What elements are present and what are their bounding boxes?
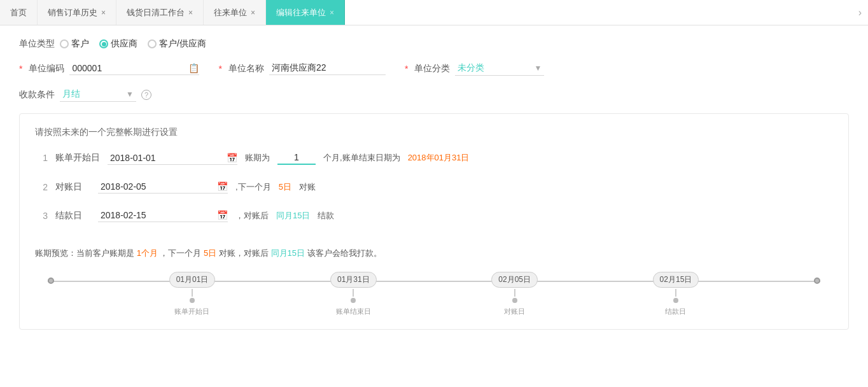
unit-category-arrow: ▼ bbox=[534, 64, 542, 73]
timeline-node-3-date: 02月05日 bbox=[491, 272, 538, 288]
payment-terms-select[interactable]: 月结 ▼ bbox=[60, 87, 136, 102]
reconcile-calendar-icon[interactable]: 📅 bbox=[217, 181, 228, 192]
row-2-highlight: 5日 bbox=[279, 181, 291, 193]
billing-start-date-input: 📅 bbox=[108, 151, 237, 165]
radio-customer[interactable]: 客户 bbox=[60, 38, 89, 50]
row-2-suffix-pre: ,下一个月 bbox=[235, 181, 271, 193]
unit-code-field: * 单位编码 📋 bbox=[19, 62, 199, 75]
row-3-suffix-post: 结款 bbox=[318, 210, 334, 222]
row-1-suffix-mid: 个月,账单结束日期为 bbox=[323, 152, 400, 164]
timeline-node-3: 02月05日 对账日 bbox=[491, 272, 538, 316]
timeline-end-cap bbox=[814, 272, 820, 284]
help-icon[interactable]: ? bbox=[141, 90, 151, 100]
payment-terms-value: 月结 bbox=[62, 88, 122, 100]
billing-start-date-field[interactable] bbox=[108, 151, 224, 164]
payment-terms-arrow: ▼ bbox=[126, 90, 134, 99]
unit-type-radio-group: 客户 供应商 客户/供应商 bbox=[60, 38, 206, 50]
timeline-node-3-label: 对账日 bbox=[504, 307, 525, 316]
tab-sales-history-close[interactable]: × bbox=[101, 8, 106, 17]
row-3-suffix-pre: ，对账后 bbox=[235, 210, 269, 222]
timeline-node-4: 02月15日 结款日 bbox=[653, 272, 699, 316]
reconcile-date-field[interactable] bbox=[98, 180, 214, 193]
timeline-node-4-connector bbox=[675, 289, 676, 297]
unit-category-value: 未分类 bbox=[458, 62, 530, 74]
tab-edit-partner-close[interactable]: × bbox=[330, 8, 334, 17]
timeline-container: 01月01日 账单开始日 01月31日 账单结束日 02月05日 bbox=[35, 272, 833, 316]
payment-date-field[interactable] bbox=[98, 209, 214, 222]
preview-part3: 同月15日 bbox=[271, 248, 305, 258]
timeline-node-2-dot bbox=[351, 298, 356, 303]
settings-panel: 请按照未来的一个完整帐期进行设置 1 账单开始日 📅 账期为 个月,账单结束日期… bbox=[19, 113, 849, 330]
tab-home-label: 首页 bbox=[10, 7, 27, 18]
preview-part2: 5日 bbox=[204, 248, 216, 258]
unit-code-label: 单位编码 bbox=[29, 63, 64, 74]
tab-cash-work-close[interactable]: × bbox=[188, 8, 193, 17]
unit-code-input[interactable] bbox=[69, 62, 186, 74]
unit-name-label: 单位名称 bbox=[228, 63, 264, 74]
radio-both-circle bbox=[148, 39, 157, 48]
timeline-row: 01月01日 账单开始日 01月31日 账单结束日 02月05日 bbox=[48, 272, 820, 316]
timeline-node-1: 01月01日 账单开始日 bbox=[169, 272, 216, 316]
main-content: 单位类型 客户 供应商 客户/供应商 * 单位编码 bbox=[0, 25, 868, 387]
unit-name-input[interactable] bbox=[269, 62, 386, 75]
preview-section: 账期预览：当前客户账期是 1个月 ，下一个月 5日 对账，对账后 同月15日 该… bbox=[35, 237, 833, 316]
preview-end: 该客户会给我打款。 bbox=[307, 248, 382, 258]
tab-partner-unit-close[interactable]: × bbox=[251, 8, 255, 17]
row-1-suffix-pre: 账期为 bbox=[245, 152, 270, 164]
timeline-end-dot bbox=[814, 278, 820, 284]
tab-edit-partner-label: 编辑往来单位 bbox=[276, 7, 326, 18]
unit-name-star: * bbox=[218, 64, 221, 74]
tab-home[interactable]: 首页 bbox=[0, 0, 38, 25]
row-2-suffix-post: 对账 bbox=[299, 181, 316, 193]
billing-period-input[interactable] bbox=[277, 151, 316, 165]
preview-mid: 对账，对账后 bbox=[219, 248, 269, 258]
payment-terms-field: 收款条件 月结 ▼ ? bbox=[19, 87, 151, 102]
payment-terms-row: 收款条件 月结 ▼ ? bbox=[19, 87, 849, 102]
preview-label: 账期预览：当前客户账期是 bbox=[35, 248, 134, 258]
row-2-label: 对账日 bbox=[55, 181, 90, 193]
timeline-start-dot bbox=[48, 278, 54, 284]
radio-both[interactable]: 客户/供应商 bbox=[148, 38, 206, 50]
timeline-node-1-label: 账单开始日 bbox=[174, 307, 209, 316]
panel-hint: 请按照未来的一个完整帐期进行设置 bbox=[35, 127, 833, 138]
tab-partner-unit[interactable]: 往来单位 × bbox=[204, 0, 266, 25]
payment-row: 3 结款日 📅 ，对账后 同月15日 结款 bbox=[35, 209, 833, 222]
timeline-node-2-label: 账单结束日 bbox=[336, 307, 371, 316]
tabs-bar: 首页 销售订单历史 × 钱货日清工作台 × 往来单位 × 编辑往来单位 × › bbox=[0, 0, 868, 25]
radio-supplier[interactable]: 供应商 bbox=[99, 38, 137, 50]
unit-category-select[interactable]: 未分类 ▼ bbox=[455, 61, 544, 76]
timeline-node-1-date: 01月01日 bbox=[169, 272, 216, 288]
unit-code-star: * bbox=[19, 64, 22, 74]
unit-type-row: 单位类型 客户 供应商 客户/供应商 bbox=[19, 38, 849, 50]
tab-more-arrow[interactable]: › bbox=[852, 7, 868, 18]
radio-supplier-circle bbox=[99, 39, 108, 48]
row-3-num: 3 bbox=[35, 211, 48, 221]
unit-code-input-wrapper: 📋 bbox=[69, 62, 199, 75]
tab-sales-history[interactable]: 销售订单历史 × bbox=[38, 0, 116, 25]
timeline-node-4-date: 02月15日 bbox=[653, 272, 699, 288]
unit-category-star: * bbox=[405, 64, 408, 74]
preview-comma1: ，下一个月 bbox=[160, 248, 201, 258]
tab-cash-work[interactable]: 钱货日清工作台 × bbox=[116, 0, 204, 25]
payment-date-input: 📅 bbox=[98, 209, 228, 222]
row-3-label: 结款日 bbox=[55, 210, 90, 222]
tab-edit-partner[interactable]: 编辑往来单位 × bbox=[266, 0, 345, 25]
payment-terms-label: 收款条件 bbox=[19, 89, 55, 101]
unit-type-field: 单位类型 客户 供应商 客户/供应商 bbox=[19, 38, 206, 50]
unit-category-label: 单位分类 bbox=[414, 63, 450, 74]
tab-cash-work-label: 钱货日清工作台 bbox=[127, 7, 185, 18]
timeline-node-3-dot bbox=[512, 298, 517, 303]
unit-info-row: * 单位编码 📋 * 单位名称 * 单位分类 未分类 ▼ bbox=[19, 61, 849, 76]
timeline-node-2: 01月31日 账单结束日 bbox=[330, 272, 377, 316]
payment-calendar-icon[interactable]: 📅 bbox=[217, 210, 228, 220]
row-1-end-date: 2018年01月31日 bbox=[408, 152, 470, 164]
radio-supplier-label: 供应商 bbox=[111, 38, 137, 50]
timeline-node-4-label: 结款日 bbox=[665, 307, 686, 316]
row-1-num: 1 bbox=[35, 153, 48, 163]
timeline-start-cap bbox=[48, 272, 54, 284]
timeline-node-1-dot bbox=[190, 298, 195, 303]
billing-start-calendar-icon[interactable]: 📅 bbox=[227, 153, 237, 163]
unit-code-picker-icon[interactable]: 📋 bbox=[188, 63, 199, 73]
unit-name-field: * 单位名称 bbox=[218, 62, 385, 75]
timeline-node-3-connector bbox=[514, 289, 515, 297]
